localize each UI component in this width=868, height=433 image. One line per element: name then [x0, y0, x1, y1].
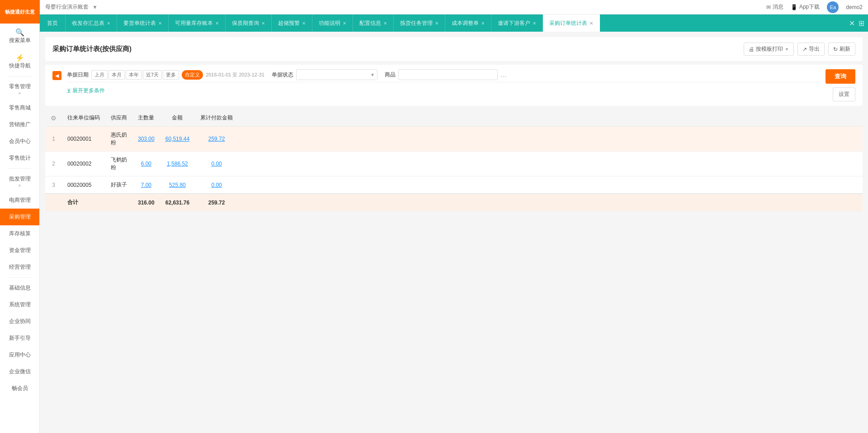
expand-tabs-btn[interactable]: ⊞	[859, 19, 864, 28]
sidebar-item-enterprise-wx[interactable]: 企业微信	[0, 363, 39, 380]
tab-available-stock-close[interactable]: ✕	[215, 21, 219, 26]
messages-btn[interactable]: ✉ 消息	[766, 3, 783, 11]
sidebar-item-quick-nav[interactable]: ⚡ 快捷导航	[0, 49, 39, 74]
sidebar-item-sys-mgmt[interactable]: 系统管理	[0, 296, 39, 313]
tab-func-desc[interactable]: 功能说明 ✕	[312, 14, 353, 32]
date-shortcut-7-days[interactable]: 近7天	[143, 70, 162, 80]
sidebar-item-new-guide[interactable]: 新手引导	[0, 330, 39, 347]
table-body: 1 00020001 惠氏奶粉 303.00 60,519.44 259.72 …	[45, 127, 863, 194]
sidebar-item-retail-mgmt[interactable]: 零售管理 ▲	[0, 78, 39, 100]
tab-overstock[interactable]: 超储预警 ✕	[272, 14, 312, 32]
paid-link[interactable]: 0.00	[211, 161, 222, 167]
date-shortcut-more[interactable]: 更多	[163, 70, 179, 80]
date-shortcuts: 上月 本月 本年 近7天 更多	[91, 70, 179, 80]
collapse-filter-btn[interactable]: ◀	[52, 71, 61, 80]
tab-available-stock-label: 可用量库存账本	[175, 19, 213, 27]
footer-amount: 62,631.76	[160, 194, 195, 211]
filter-fields: 单据日期 上月 本月 本年 近7天 更多 自定义 2016-01-01 至 20…	[67, 69, 820, 95]
tab-config-info[interactable]: 配置信息 ✕	[353, 14, 394, 32]
sidebar-item-app-center[interactable]: 应用中心	[0, 347, 39, 363]
print-button[interactable]: 🖨 按模板打印 ▼	[744, 43, 794, 56]
sidebar-item-marketing[interactable]: 营销推广	[0, 116, 39, 133]
close-all-tabs-btn[interactable]: ✕	[849, 19, 855, 28]
sidebar-item-ecommerce[interactable]: 电商管理	[0, 192, 39, 209]
qty-link[interactable]: 303.00	[138, 136, 155, 142]
date-shortcut-this-year[interactable]: 本年	[126, 70, 142, 80]
goods-label: 商品	[385, 71, 396, 79]
tab-config-info-close[interactable]: ✕	[383, 21, 387, 26]
date-shortcut-last-month[interactable]: 上月	[91, 70, 108, 80]
tab-expiry-query-close[interactable]: ✕	[261, 21, 265, 26]
tab-invite-downstream-close[interactable]: ✕	[533, 21, 536, 26]
sidebar-item-purchase-mgmt[interactable]: 采购管理	[0, 209, 39, 225]
printer-icon: 🖨	[749, 46, 754, 52]
tab-overstock-close[interactable]: ✕	[302, 21, 306, 26]
col-header-paid-amount: 累计付款金额	[195, 109, 238, 127]
sidebar-item-basic-info[interactable]: 基础信息	[0, 280, 39, 296]
tab-receive-summary[interactable]: 收发存汇总表 ✕	[66, 14, 117, 32]
table-row[interactable]: 2 00020002 飞鹤奶粉 6.00 1,586.52 0.00	[45, 152, 863, 176]
sidebar-item-search[interactable]: 🔍 搜索菜单	[0, 24, 39, 49]
query-button[interactable]: 查询	[826, 69, 855, 84]
sidebar-item-inventory[interactable]: 库存核算	[0, 225, 39, 242]
expand-conditions-btn[interactable]: ⊻ 展开更多条件	[67, 84, 820, 95]
sidebar-item-members[interactable]: 畅会员	[0, 380, 39, 397]
tab-available-stock[interactable]: 可用量库存账本 ✕	[169, 14, 226, 32]
tab-pick-tasks[interactable]: 拣货任务管理 ✕	[394, 14, 445, 32]
amount-link[interactable]: 1,586.52	[167, 161, 188, 167]
content-area: 采购订单统计表(按供应商) 🖨 按模板打印 ▼ ↗ 导出 ↻ 刷新	[40, 32, 868, 433]
refresh-button[interactable]: ↻ 刷新	[828, 43, 855, 56]
date-shortcut-this-month[interactable]: 本月	[108, 70, 125, 80]
footer-label: 合计	[62, 194, 105, 211]
tab-home[interactable]: 首页	[40, 14, 66, 32]
date-custom-tag[interactable]: 自定义	[182, 70, 203, 80]
sidebar-item-retail-mall[interactable]: 零售商城	[0, 100, 39, 116]
table-row[interactable]: 1 00020001 惠氏奶粉 303.00 60,519.44 259.72	[45, 127, 863, 152]
goods-input[interactable]	[398, 69, 498, 80]
sidebar-item-member-center[interactable]: 会员中心	[0, 133, 39, 150]
qty-link[interactable]: 6.00	[141, 161, 151, 167]
cell-amount: 1,586.52	[160, 152, 195, 176]
nav-tabs: 首页 收发存汇总表 ✕ 要货单统计表 ✕ 可用量库存账本 ✕ 保质期查询 ✕ 超…	[40, 14, 868, 32]
tab-expiry-query[interactable]: 保质期查询 ✕	[226, 14, 272, 32]
tab-cost-adjust-close[interactable]: ✕	[481, 21, 485, 26]
table-footer-row: 合计 316.00 62,631.76 259.72	[45, 194, 863, 211]
tab-func-desc-close[interactable]: ✕	[343, 21, 346, 26]
messages-label: 消息	[773, 3, 783, 11]
qty-link[interactable]: 7.00	[141, 182, 151, 188]
settings-button[interactable]: 设置	[833, 87, 855, 101]
sidebar-item-enterprise[interactable]: 企业协同	[0, 313, 39, 330]
sidebar-item-finance[interactable]: 资金管理	[0, 242, 39, 259]
cell-amount: 60,519.44	[160, 127, 195, 152]
tab-pick-tasks-close[interactable]: ✕	[435, 21, 439, 26]
data-table: ⚙ 往来单位编码 供应商 主数量 金额	[45, 109, 863, 211]
status-select[interactable]	[296, 69, 377, 80]
tab-order-stats-close[interactable]: ✕	[158, 21, 162, 26]
cell-qty: 303.00	[132, 127, 160, 152]
paid-link[interactable]: 0.00	[211, 182, 222, 188]
sidebar-item-operations[interactable]: 经营管理	[0, 259, 39, 276]
gear-icon[interactable]: ⚙	[51, 114, 57, 122]
export-button[interactable]: ↗ 导出	[797, 43, 825, 56]
tab-cost-adjust[interactable]: 成本调整单 ✕	[445, 14, 491, 32]
paid-link[interactable]: 259.72	[208, 136, 225, 142]
tab-order-stats[interactable]: 要货单统计表 ✕	[117, 14, 169, 32]
sidebar-item-wholesale-mgmt[interactable]: 批发管理 ▲	[0, 171, 39, 192]
col-header-supplier: 供应商	[105, 109, 132, 127]
amount-link[interactable]: 525.80	[169, 182, 186, 188]
tab-receive-summary-close[interactable]: ✕	[107, 21, 110, 26]
tab-purchase-order-stats-close[interactable]: ✕	[590, 21, 593, 26]
sidebar-item-retail-stats[interactable]: 零售统计	[0, 150, 39, 167]
tab-pick-tasks-label: 拣货任务管理	[400, 19, 433, 27]
app-download-btn[interactable]: 📱 App下载	[791, 3, 820, 11]
avatar[interactable]: Ea	[827, 1, 839, 13]
tab-purchase-order-stats[interactable]: 采购订单统计表 ✕	[543, 14, 600, 32]
table-row[interactable]: 3 00020005 好孩子 7.00 525.80 0.00	[45, 176, 863, 194]
cell-unit-code: 00020002	[62, 152, 105, 176]
goods-more-icon[interactable]: …	[500, 71, 507, 78]
workspace-dropdown-icon[interactable]: ▼	[92, 4, 98, 10]
cell-qty: 6.00	[132, 152, 160, 176]
more-conditions-row: ⊻ 展开更多条件	[67, 82, 820, 95]
tab-invite-downstream[interactable]: 邀请下游客户 ✕	[491, 14, 543, 32]
amount-link[interactable]: 60,519.44	[165, 136, 189, 142]
